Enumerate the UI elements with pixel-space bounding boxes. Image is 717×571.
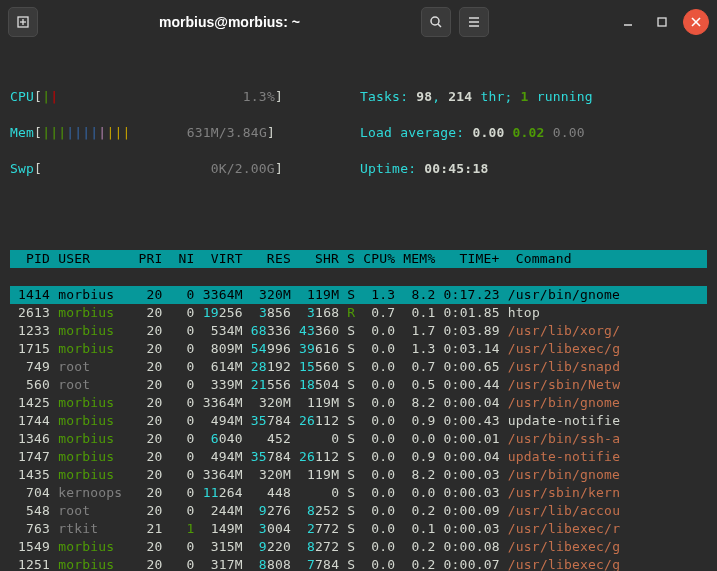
table-row[interactable]: 1747 morbius 20 0 494M 35784 26112 S 0.0… [10,448,707,466]
table-row[interactable]: 749 root 20 0 614M 28192 15560 S 0.0 0.7… [10,358,707,376]
terminal-output[interactable]: CPU[|| 1.3%] Mem[||||||||||| 631M/3.84G]… [0,44,717,571]
tasks-line: Tasks: 98, 214 thr; 1 running [360,88,707,106]
table-row[interactable]: 560 root 20 0 339M 21556 18504 S 0.0 0.5… [10,376,707,394]
new-tab-button[interactable] [8,7,38,37]
menu-button[interactable] [459,7,489,37]
table-row[interactable]: 1715 morbius 20 0 809M 54996 39616 S 0.0… [10,340,707,358]
table-row[interactable]: 1435 morbius 20 0 3364M 320M 119M S 0.0 … [10,466,707,484]
maximize-icon [656,16,668,28]
table-row[interactable]: 763 rtkit 21 1 149M 3004 2772 S 0.0 0.1 … [10,520,707,538]
new-tab-icon [16,15,30,29]
swp-meter: Swp[ 0K/2.00G] [10,160,310,178]
table-row[interactable]: 704 kernoops 20 0 11264 448 0 S 0.0 0.0 … [10,484,707,502]
close-button[interactable] [683,9,709,35]
window-title: morbius@morbius: ~ [46,14,413,30]
search-button[interactable] [421,7,451,37]
close-icon [691,17,701,27]
maximize-button[interactable] [649,9,675,35]
table-row[interactable]: 1233 morbius 20 0 534M 68336 43360 S 0.0… [10,322,707,340]
minimize-icon [622,16,634,28]
table-row[interactable]: 1744 morbius 20 0 494M 35784 26112 S 0.0… [10,412,707,430]
table-row[interactable]: 1549 morbius 20 0 315M 9220 8272 S 0.0 0… [10,538,707,556]
uptime-line: Uptime: 00:45:18 [360,160,707,178]
table-row[interactable]: 1414 morbius 20 0 3364M 320M 119M S 1.3 … [10,286,707,304]
table-row[interactable]: 2613 morbius 20 0 19256 3856 3168 R 0.7 … [10,304,707,322]
svg-line-4 [438,24,441,27]
table-row[interactable]: 1346 morbius 20 0 6040 452 0 S 0.0 0.0 0… [10,430,707,448]
table-row[interactable]: 548 root 20 0 244M 9276 8252 S 0.0 0.2 0… [10,502,707,520]
minimize-button[interactable] [615,9,641,35]
search-icon [429,15,443,29]
table-row[interactable]: 1251 morbius 20 0 317M 8808 7784 S 0.0 0… [10,556,707,571]
process-list[interactable]: 1414 morbius 20 0 3364M 320M 119M S 1.3 … [10,286,707,571]
svg-point-3 [431,17,439,25]
cpu-meter: CPU[|| 1.3%] [10,88,310,106]
loadavg-line: Load average: 0.00 0.02 0.00 [360,124,707,142]
window-titlebar: morbius@morbius: ~ [0,0,717,44]
blank-line [10,214,707,232]
mem-meter: Mem[||||||||||| 631M/3.84G] [10,124,310,142]
table-row[interactable]: 1425 morbius 20 0 3364M 320M 119M S 0.0 … [10,394,707,412]
column-header[interactable]: PID USER PRI NI VIRT RES SHR S CPU% MEM%… [10,250,707,268]
svg-rect-9 [658,18,666,26]
meters-section: CPU[|| 1.3%] Mem[||||||||||| 631M/3.84G]… [10,70,707,196]
hamburger-icon [467,15,481,29]
